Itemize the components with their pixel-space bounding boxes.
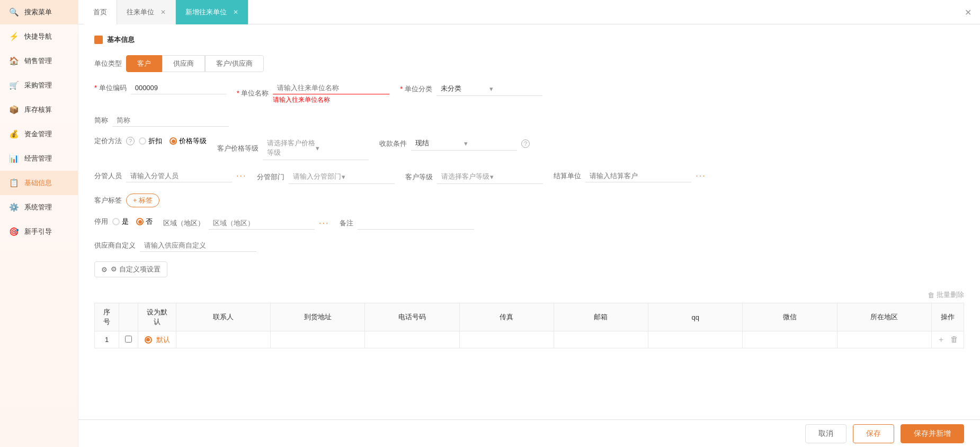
sidebar-item-purchase[interactable]: 🛒 采购管理: [0, 73, 78, 98]
department-select[interactable]: 请输入分管部门 ▾: [289, 170, 395, 184]
customer-price-level-select[interactable]: 请选择客户价格等级 ▾: [263, 136, 369, 160]
tab-home[interactable]: 首页: [84, 0, 117, 24]
sidebar-item-basic[interactable]: 📋 基础信息: [0, 171, 78, 195]
sidebar-item-search[interactable]: 🔍 搜索菜单: [0, 0, 78, 24]
tab-new-partner-close[interactable]: ✕: [233, 8, 238, 16]
operations-icon: 📊: [8, 153, 19, 164]
sidebar-item-guide[interactable]: 🎯 新手引导: [0, 220, 78, 244]
settlement-unit-more-btn[interactable]: ···: [696, 171, 706, 181]
unit-category-select[interactable]: 未分类 ▾: [436, 82, 542, 96]
settlement-unit-label: 结算单位: [554, 171, 581, 181]
department-field: 分管部门 请输入分管部门 ▾: [257, 170, 395, 184]
basic-icon: 📋: [8, 178, 19, 188]
sidebar-item-finance[interactable]: 💰 资金管理: [0, 122, 78, 146]
short-name-input[interactable]: [112, 114, 229, 127]
col-fax: 传真: [459, 303, 554, 331]
inventory-icon: 📦: [8, 104, 19, 115]
sidebar-item-sales[interactable]: 🏠 销售管理: [0, 49, 78, 73]
pricing-method-label: 定价方法: [94, 136, 122, 146]
save-button[interactable]: 保存: [853, 424, 894, 443]
col-check: [119, 303, 138, 331]
pricing-radio-group: 折扣 价格等级: [139, 136, 207, 146]
payment-terms-help-icon[interactable]: ?: [521, 139, 530, 148]
unit-name-input[interactable]: [273, 82, 389, 94]
region-input[interactable]: [209, 217, 315, 230]
add-tag-button[interactable]: + 标签: [126, 194, 159, 207]
payment-terms-select[interactable]: 现结 ▾: [411, 136, 517, 151]
unit-type-customer-btn[interactable]: 客户: [126, 55, 162, 72]
pricing-help-icon[interactable]: ?: [126, 137, 135, 145]
sidebar-item-operations[interactable]: 📊 经营管理: [0, 146, 78, 171]
supervisor-more-btn[interactable]: ···: [236, 171, 246, 181]
remarks-field: 备注: [340, 217, 474, 230]
unit-type-supplier-btn[interactable]: 供应商: [162, 55, 205, 72]
department-label: 分管部门: [257, 172, 284, 182]
table-toolbar: 🗑 批量删除: [94, 287, 964, 303]
supplier-custom-input[interactable]: [140, 239, 256, 252]
batch-delete-icon: 🗑: [928, 291, 934, 299]
row-default[interactable]: 默认: [138, 331, 176, 348]
sidebar: 🔍 搜索菜单 ⚡ 快捷导航 🏠 销售管理 🛒 采购管理 📦 库存核算 💰 资金管…: [0, 0, 78, 447]
unit-name-field: 单位名称 请输入往来单位名称: [237, 82, 390, 104]
row-region[interactable]: [837, 331, 931, 348]
row-contact[interactable]: [176, 331, 270, 348]
pricing-radio-level[interactable]: 价格等级: [170, 136, 207, 146]
remarks-input[interactable]: [358, 217, 474, 230]
row-delete-icon[interactable]: 🗑: [950, 335, 958, 345]
unit-type-group: 客户 供应商 客户/供应商: [126, 55, 264, 72]
sidebar-item-inventory[interactable]: 📦 库存核算: [0, 98, 78, 122]
bottom-bar: 取消 保存 保存并新增: [78, 419, 980, 447]
save-and-new-button[interactable]: 保存并新增: [901, 424, 964, 443]
customize-settings-button[interactable]: ⚙ ⚙ 自定义项设置: [94, 261, 167, 277]
payment-terms-field: 收款条件 现结 ▾ ?: [379, 136, 530, 151]
sidebar-item-quick-nav[interactable]: ⚡ 快捷导航: [0, 24, 78, 49]
unit-category-label: 单位分类: [400, 84, 432, 94]
row-seq: 1: [95, 331, 119, 348]
tab-new-partner[interactable]: 新增往来单位 ✕: [176, 0, 248, 24]
row-wechat[interactable]: [743, 331, 837, 348]
col-seq: 序号: [95, 303, 119, 331]
tab-bar-close-button[interactable]: ✕: [965, 7, 972, 17]
unit-name-col: 请输入往来单位名称: [273, 82, 389, 104]
col-default: 设为默认: [138, 303, 176, 331]
batch-delete-button[interactable]: 批量删除: [937, 290, 964, 300]
settlement-unit-input[interactable]: [585, 170, 691, 182]
unit-category-field: 单位分类 未分类 ▾: [400, 82, 542, 96]
cancel-button[interactable]: 取消: [805, 424, 847, 443]
unit-type-both-btn[interactable]: 客户/供应商: [205, 55, 264, 72]
short-name-row: 简称: [94, 114, 964, 127]
row-checkbox[interactable]: [119, 331, 138, 348]
quick-nav-icon: ⚡: [8, 31, 19, 42]
col-region: 所在地区: [837, 303, 931, 331]
tab-partners[interactable]: 往来单位 ✕: [117, 0, 176, 24]
unit-code-input[interactable]: [131, 82, 226, 94]
disabled-region-row: 停用 是 否 区域（地区） ···: [94, 217, 964, 230]
sidebar-item-system[interactable]: ⚙️ 系统管理: [0, 195, 78, 220]
disabled-label: 停用: [94, 217, 108, 226]
row-phone[interactable]: [365, 331, 459, 348]
search-icon: 🔍: [8, 7, 19, 17]
row-qq[interactable]: [648, 331, 743, 348]
supervisor-input[interactable]: [126, 170, 232, 182]
tab-partners-close[interactable]: ✕: [161, 8, 166, 16]
row-add-icon[interactable]: ＋: [937, 335, 945, 345]
row-fax[interactable]: [459, 331, 554, 348]
customer-level-select[interactable]: 请选择客户等级 ▾: [437, 170, 543, 184]
region-more-btn[interactable]: ···: [319, 218, 329, 228]
settlement-unit-field: 结算单位 ···: [554, 170, 706, 182]
sales-icon: 🏠: [8, 56, 19, 66]
disabled-no[interactable]: 否: [136, 217, 153, 226]
supervisor-label: 分管人员: [94, 171, 122, 181]
pricing-radio-discount[interactable]: 折扣: [139, 136, 162, 146]
supplier-custom-row: 供应商自定义: [94, 239, 964, 252]
disabled-yes[interactable]: 是: [112, 217, 129, 226]
row-email[interactable]: [554, 331, 648, 348]
region-field: 区域（地区） ···: [163, 217, 329, 230]
col-wechat: 微信: [743, 303, 837, 331]
finance-icon: 💰: [8, 129, 19, 139]
row-address[interactable]: [271, 331, 365, 348]
unit-category-chevron: ▾: [489, 85, 538, 93]
contacts-table: 序号 设为默认 联系人 到货地址 电话号码 传真 邮箱 qq 微信 所在地区 操…: [94, 303, 964, 348]
supervisor-row: 分管人员 ··· 分管部门 请输入分管部门 ▾ 客户等级 请选择客户等级 ▾ 结…: [94, 170, 964, 184]
pricing-level-dot: [172, 139, 175, 143]
